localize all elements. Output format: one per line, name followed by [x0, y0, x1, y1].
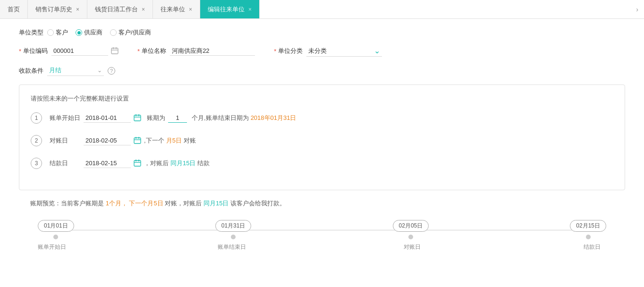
tab-partners-close[interactable]: ×	[189, 6, 192, 13]
tabs-bar: 首页 销售订单历史 × 钱货日清工作台 × 往来单位 × 编辑往来单位 × ›	[0, 0, 644, 19]
tab-sales-history-label: 销售订单历史	[35, 5, 72, 14]
tl-sub-2: 对账日	[404, 243, 421, 251]
tab-cash-work[interactable]: 钱货日清工作台 ×	[87, 0, 153, 18]
preview-suffix: 该客户会给我打款。	[230, 200, 286, 207]
radio-customer[interactable]: 客户	[47, 28, 68, 37]
tl-badge-3: 02月15日	[570, 220, 606, 232]
unit-class-star: *	[274, 48, 276, 55]
svg-rect-4	[134, 115, 141, 121]
radio-customer-supplier-circle	[110, 29, 117, 36]
step-3-desc-suffix: 结款	[197, 159, 210, 168]
tl-sub-0: 账单开始日	[38, 243, 66, 251]
timeline-point-2: 02月05日	[393, 220, 429, 239]
tab-home[interactable]: 首页	[0, 0, 28, 18]
radio-supplier-label: 供应商	[84, 28, 102, 37]
payment-terms-value: 月结	[49, 66, 95, 75]
tab-edit-partner-close[interactable]: ×	[248, 6, 252, 13]
tab-home-label: 首页	[8, 5, 20, 14]
step-2-label: 对账日	[50, 136, 84, 145]
unit-class-value: 未分类	[308, 47, 372, 55]
step-2-num: 2	[31, 135, 42, 146]
payment-terms-help[interactable]: ?	[108, 67, 115, 75]
tab-edit-partner-label: 编辑往来单位	[208, 5, 245, 14]
panel-box: 请按照未来的一个完整帐期进行设置 1 账单开始日 账期为 个月,账单结束日期为 …	[19, 84, 625, 190]
step-2-desc-prefix: ,下一个	[144, 136, 164, 145]
step-1-row: 1 账单开始日 账期为 个月,账单结束日期为 2018年01月31日	[31, 112, 613, 124]
payment-terms-row: 收款条件 月结 ⌄ ?	[19, 65, 625, 76]
svg-rect-12	[134, 160, 141, 166]
code-name-class-row: * 单位编码 * 单位名称 * 单位分类 未分类 ⌄	[19, 45, 625, 57]
preview-part2: 下一个月5日	[129, 200, 163, 207]
step-3-label: 结款日	[50, 159, 84, 168]
step-1-period-end: 2018年01月31日	[251, 114, 297, 122]
step-3-num: 3	[31, 158, 42, 169]
step-2-date-input[interactable]	[84, 136, 131, 145]
timeline-points: 01月01日 01月31日 02月05日 02月15日	[38, 220, 606, 239]
unit-name-star: *	[137, 48, 140, 55]
timeline-labels: 账单开始日 账单结束日 对账日 结款日	[38, 243, 606, 251]
tl-badge-1: 01月31日	[215, 220, 252, 232]
tab-sales-history-close[interactable]: ×	[76, 6, 79, 13]
radio-customer-label: 客户	[56, 28, 68, 37]
page-content: 单位类型 客户 供应商 客户/供应商 * 单位编码	[0, 19, 644, 287]
tabs-arrow[interactable]: ›	[630, 6, 644, 13]
unit-class-label: 单位分类	[278, 47, 303, 55]
step-1-period-unit: 个月,账单结束日期为	[192, 114, 249, 122]
timeline-point-1: 01月31日	[215, 220, 252, 239]
radio-supplier[interactable]: 供应商	[76, 28, 102, 37]
step-2-desc-suffix: 对账	[184, 136, 196, 145]
tl-badge-0: 01月01日	[38, 220, 74, 232]
radio-customer-supplier[interactable]: 客户/供应商	[110, 28, 151, 37]
tl-sub-3: 结款日	[584, 243, 601, 251]
tl-dot-3	[586, 235, 591, 239]
tl-label-0: 账单开始日	[38, 243, 66, 251]
step-3-row: 3 结款日 ，对账后 同月15日 结款	[31, 158, 613, 169]
step-1-period-text: 账期为	[147, 114, 165, 122]
unit-name-group: * 单位名称	[137, 46, 255, 56]
svg-rect-0	[111, 48, 118, 54]
tab-sales-history[interactable]: 销售订单历史 ×	[28, 0, 87, 18]
unit-type-row: 单位类型 客户 供应商 客户/供应商	[19, 28, 625, 37]
panel-instruction: 请按照未来的一个完整帐期进行设置	[31, 94, 613, 103]
radio-supplier-circle	[76, 29, 82, 36]
tl-label-1: 账单结束日	[218, 243, 246, 251]
preview-prefix: 账期预览：当前客户账期是	[30, 200, 104, 207]
tab-cash-work-close[interactable]: ×	[142, 6, 145, 13]
tab-edit-partner[interactable]: 编辑往来单位 ×	[200, 0, 260, 18]
unit-type-label: 单位类型	[19, 28, 43, 37]
step-3-desc-highlight: 同月15日	[170, 159, 195, 168]
payment-terms-select[interactable]: 月结 ⌄	[47, 65, 104, 76]
step-1-date-input[interactable]	[84, 113, 131, 123]
preview-part3: 同月15日	[203, 200, 229, 207]
step-1-period-input[interactable]	[168, 113, 187, 123]
step-2-desc-highlight: 月5日	[166, 136, 182, 145]
step-2-calendar-icon[interactable]	[134, 136, 141, 145]
unit-name-input[interactable]	[170, 46, 255, 56]
tl-dot-1	[231, 235, 236, 239]
unit-code-icon[interactable]	[111, 47, 119, 56]
unit-code-input[interactable]	[51, 46, 108, 56]
tl-badge-2: 02月05日	[393, 220, 429, 232]
unit-code-group: * 单位编码	[19, 46, 119, 56]
unit-class-group: * 单位分类 未分类 ⌄	[274, 45, 382, 57]
unit-code-star: *	[19, 48, 21, 55]
unit-class-dropdown[interactable]: 未分类 ⌄	[306, 45, 382, 57]
step-2-row: 2 对账日 ,下一个 月5日 对账	[31, 135, 613, 146]
step-1-calendar-icon[interactable]	[134, 114, 141, 123]
step-3-desc-prefix: ，对账后	[144, 159, 169, 168]
step-3-date-input[interactable]	[84, 159, 131, 168]
tl-sub-1: 账单结束日	[218, 243, 246, 251]
preview-section: 账期预览：当前客户账期是 1个月， 下一个月5日 对账，对账后 同月15日 该客…	[19, 190, 625, 216]
tl-dot-0	[53, 235, 58, 239]
timeline-point-0: 01月01日	[38, 220, 74, 239]
step-3-calendar-icon[interactable]	[134, 159, 141, 168]
payment-terms-label: 收款条件	[19, 67, 43, 75]
tab-partners[interactable]: 往来单位 ×	[153, 0, 200, 18]
preview-part1: 1个月，	[106, 200, 127, 207]
unit-name-label: 单位名称	[142, 47, 166, 55]
step-1-label: 账单开始日	[50, 114, 84, 122]
step-1-num: 1	[31, 112, 42, 124]
tl-label-2: 对账日	[398, 243, 426, 251]
preview-middle: 对账，对账后	[165, 200, 202, 207]
payment-terms-chevron: ⌄	[97, 67, 102, 74]
